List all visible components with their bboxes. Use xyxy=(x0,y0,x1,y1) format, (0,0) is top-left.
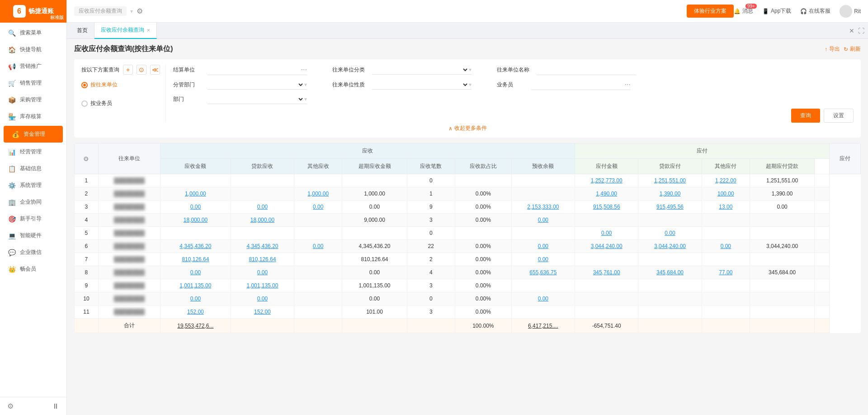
cell-link[interactable]: 0.00 xyxy=(538,256,548,262)
cell-link[interactable]: 1,000.00 xyxy=(307,191,329,197)
sidebar-item-marketing[interactable]: 📢营销推广 xyxy=(0,58,66,75)
tab-fullscreen-button[interactable]: ⛶ xyxy=(858,27,864,34)
cell-link[interactable]: 100.00 xyxy=(717,191,734,197)
table-settings-icon[interactable]: ⚙ xyxy=(83,155,89,162)
breadcrumb-arrow-icon[interactable]: ▾ xyxy=(130,8,133,14)
sidebar-item-inventory[interactable]: 🏪库存核算 xyxy=(0,108,66,125)
cell-link[interactable]: 152.00 xyxy=(254,309,271,315)
collapse-sidebar-icon[interactable]: ⏸ xyxy=(52,402,59,410)
tab-home[interactable]: 首页 xyxy=(71,23,94,39)
cell-link[interactable]: 0.00 xyxy=(721,243,731,249)
cell-link[interactable]: 77.00 xyxy=(719,269,732,276)
sidebar-item-enterprise[interactable]: 🏢企业协同 xyxy=(0,194,66,210)
cell-link[interactable]: 1,490.00 xyxy=(596,191,617,197)
cell-link[interactable]: 1,252,773.00 xyxy=(591,177,623,184)
solution-button[interactable]: 体验行业方案 xyxy=(687,5,734,18)
cell-link[interactable]: 0.00 xyxy=(665,230,675,236)
partner-category-select[interactable] xyxy=(372,66,469,73)
cell-link[interactable]: 810,126.64 xyxy=(249,256,276,262)
cell-link[interactable]: 152.00 xyxy=(187,309,204,315)
tab-ar-ap-close[interactable]: × xyxy=(147,27,150,33)
refresh-button[interactable]: ↻ 刷新 xyxy=(844,45,861,53)
cell-link[interactable]: 13.00 xyxy=(719,204,732,210)
salesperson-input[interactable] xyxy=(531,80,623,90)
col-settings[interactable]: ⚙ xyxy=(75,143,99,174)
settings-button[interactable]: 设置 xyxy=(824,109,854,123)
cell-link[interactable]: 810,126.64 xyxy=(182,256,209,262)
settings-footer-icon[interactable]: ⚙ xyxy=(7,402,14,410)
sidebar-item-search[interactable]: 🔍搜索菜单 xyxy=(0,24,66,41)
cell-link[interactable]: 0.00 xyxy=(257,296,268,302)
filter-settings-button[interactable]: ⊙ xyxy=(137,65,146,75)
sidebar-item-operations[interactable]: 📊经营管理 xyxy=(0,143,66,160)
notification-item[interactable]: 🔔 消息 99+ xyxy=(734,7,753,15)
cell-link[interactable]: 1,000.00 xyxy=(185,191,206,197)
query-button[interactable]: 查询 xyxy=(791,109,820,123)
cell-link[interactable]: 1,222.00 xyxy=(715,177,736,184)
query-mode-partner-label: 按往来单位 xyxy=(90,81,118,89)
settlement-unit-input[interactable] xyxy=(208,65,299,75)
tab-ar-ap[interactable]: 应收应付余额查询 × xyxy=(94,23,157,39)
total-ar-prepay[interactable]: 6,417,215.... xyxy=(511,319,575,333)
cell-link[interactable]: 655,636.75 xyxy=(529,269,557,276)
cell-link[interactable]: 18,000.00 xyxy=(250,217,274,223)
app-download-item[interactable]: 📱 App下载 xyxy=(762,7,791,15)
sidebar-item-guide[interactable]: 🎯新手引导 xyxy=(0,210,66,227)
user-profile[interactable]: Rit xyxy=(840,5,861,18)
tab-close-all-button[interactable]: ✕ xyxy=(849,27,854,34)
sidebar-item-wechat[interactable]: 💬企业微信 xyxy=(0,244,66,261)
cell-link[interactable]: 345,761.00 xyxy=(593,269,620,276)
cell-link[interactable]: 0.00 xyxy=(257,269,268,276)
cell-link[interactable]: 0.00 xyxy=(538,217,548,223)
cell-link[interactable]: 2,153,333.00 xyxy=(527,204,559,210)
cell-link[interactable]: 0.00 xyxy=(190,204,201,210)
add-filter-button[interactable]: + xyxy=(123,65,133,75)
cell-link[interactable]: 915,508.56 xyxy=(593,204,620,210)
cell-link[interactable]: 0.00 xyxy=(190,296,201,302)
cell-link[interactable]: 4,345,436.20 xyxy=(179,243,211,249)
dept-manager-select[interactable] xyxy=(208,81,304,88)
cell-link[interactable]: 915,495.56 xyxy=(656,204,684,210)
sidebar-item-member[interactable]: 👑畅会员 xyxy=(0,261,66,277)
query-mode-by-partner[interactable]: 按往来单位 xyxy=(81,79,160,91)
department-select[interactable] xyxy=(208,95,304,103)
cell-link[interactable]: 0.00 xyxy=(538,296,548,302)
col-ar-overdue: 超期应收金额 xyxy=(342,159,407,174)
cell-link[interactable]: 0.00 xyxy=(313,243,323,249)
cell-link[interactable]: 18,000.00 xyxy=(184,217,208,223)
col-ap-extra: 应付 xyxy=(829,143,860,174)
settlement-unit-dots[interactable]: ··· xyxy=(301,66,307,74)
cell-link[interactable]: 345,684.00 xyxy=(656,269,684,276)
cell-link[interactable]: 0.00 xyxy=(257,204,268,210)
cell-link[interactable]: 1,001,135.00 xyxy=(246,282,278,289)
cell-link[interactable]: 1,390.00 xyxy=(660,191,681,197)
online-support-item[interactable]: 🎧 在线客服 xyxy=(800,7,830,15)
sidebar-item-system[interactable]: ⚙️系统管理 xyxy=(0,177,66,194)
cell-link[interactable]: 3,044,240.00 xyxy=(654,243,686,249)
cell-link[interactable]: 0.00 xyxy=(601,230,612,236)
partner-name-input[interactable] xyxy=(537,65,636,75)
cell-link[interactable]: 0.00 xyxy=(538,243,548,249)
export-button[interactable]: ↑ 导出 xyxy=(825,45,840,53)
cell-link[interactable]: 1,251,551.00 xyxy=(654,177,686,184)
salesperson-dots[interactable]: ··· xyxy=(625,81,631,89)
cell-link[interactable]: 0.00 xyxy=(190,269,201,276)
total-ar-amount[interactable]: 19,553,472,6... xyxy=(160,319,231,333)
cell-link[interactable]: 0.00 xyxy=(313,204,323,210)
cell-link[interactable]: 3,044,240.00 xyxy=(591,243,623,249)
sidebar-item-basic-info[interactable]: 📋基础信息 xyxy=(0,160,66,177)
partner-nature-select[interactable] xyxy=(372,81,469,88)
sidebar-item-smart-hw[interactable]: 💻智能硬件 xyxy=(0,227,66,244)
cell-link[interactable]: 4,345,436.20 xyxy=(246,243,278,249)
settings-gear-icon[interactable]: ⚙ xyxy=(137,7,143,15)
sidebar-item-finance[interactable]: 💰资金管理 xyxy=(4,126,63,143)
filter-collapse-button[interactable]: ≪ xyxy=(150,65,160,75)
row-index-1: 1 xyxy=(75,174,99,187)
query-mode-by-staff[interactable]: 按业务员 xyxy=(81,98,160,109)
row-ar-other-2: 1,000.00 xyxy=(294,187,342,200)
sidebar-item-purchase[interactable]: 📦采购管理 xyxy=(0,91,66,108)
cell-link[interactable]: 1,001,135.00 xyxy=(179,282,211,289)
sidebar-item-quick-nav[interactable]: 🏠快捷导航 xyxy=(0,41,66,58)
sidebar-item-sales[interactable]: 🛒销售管理 xyxy=(0,75,66,91)
collapse-conditions-button[interactable]: ∧ 收起更多条件 xyxy=(81,124,854,132)
